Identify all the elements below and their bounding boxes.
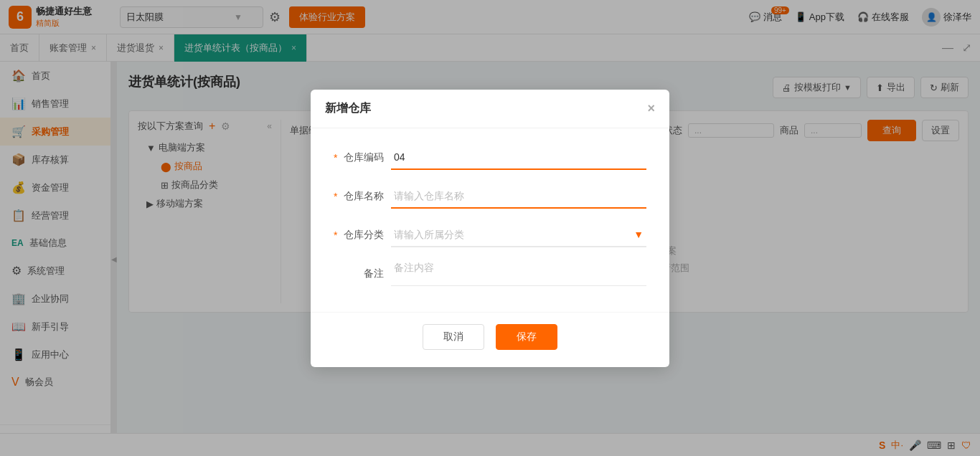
warehouse-name-label: 仓库名称 <box>334 190 391 203</box>
select-arrow-icon: ▼ <box>633 229 644 240</box>
warehouse-note-row: 备注 <box>334 262 646 286</box>
warehouse-category-label: 仓库分类 <box>334 229 391 242</box>
warehouse-category-select[interactable]: ▼ <box>391 223 646 247</box>
save-button[interactable]: 保存 <box>496 324 557 350</box>
modal-header: 新增仓库 × <box>311 90 669 128</box>
modal-overlay: 新增仓库 × 仓库编码 仓库名称 仓库分类 ▼ <box>0 0 980 456</box>
warehouse-category-input[interactable] <box>391 229 646 240</box>
modal-title: 新增仓库 <box>325 101 371 116</box>
modal-footer: 取消 保存 <box>311 312 669 367</box>
warehouse-note-label: 备注 <box>334 267 391 280</box>
warehouse-code-label: 仓库编码 <box>334 151 391 164</box>
modal-close-button[interactable]: × <box>647 102 655 115</box>
warehouse-code-input[interactable] <box>391 146 646 170</box>
cancel-button[interactable]: 取消 <box>423 324 484 350</box>
warehouse-note-textarea[interactable] <box>391 262 646 286</box>
add-warehouse-modal: 新增仓库 × 仓库编码 仓库名称 仓库分类 ▼ <box>311 90 669 367</box>
warehouse-name-row: 仓库名称 <box>334 184 646 209</box>
warehouse-category-row: 仓库分类 ▼ <box>334 223 646 247</box>
modal-body: 仓库编码 仓库名称 仓库分类 ▼ 备注 <box>311 128 669 312</box>
warehouse-name-input[interactable] <box>391 184 646 209</box>
warehouse-code-row: 仓库编码 <box>334 146 646 170</box>
